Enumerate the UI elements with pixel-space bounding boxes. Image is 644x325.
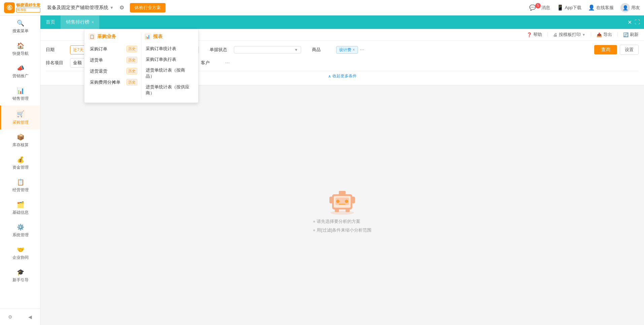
- user-menu[interactable]: 👤 用友: [620, 3, 640, 12]
- customer-dots[interactable]: ···: [225, 60, 229, 66]
- marketing-icon: 📣: [17, 65, 24, 72]
- sales-icon: 📊: [17, 87, 24, 94]
- system-icon: ⚙️: [17, 224, 24, 231]
- goods-dots[interactable]: ···: [360, 47, 364, 53]
- tab-sales-rank[interactable]: 销售排行榜 ×: [61, 15, 99, 29]
- purchase-col-icon: 📋: [88, 33, 95, 40]
- sidebar-collapse-button[interactable]: ◀: [26, 312, 34, 322]
- dropdown-item-label: 进货单统计表（按商品）: [146, 67, 193, 79]
- empty-tip2: 用[过滤]条件来缩小分析范围: [313, 226, 372, 235]
- sidebar-item-inventory[interactable]: 📦 库存核算: [0, 129, 40, 152]
- sidebar-item-marketing[interactable]: 📣 营销推广: [0, 60, 40, 83]
- refresh-icon: 🔄: [623, 32, 629, 37]
- sidebar-item-label: 资金管理: [12, 165, 29, 170]
- sidebar-item-newbie[interactable]: 🎓 新手引导: [0, 265, 40, 287]
- search-menu-icon: 🔍: [17, 19, 24, 27]
- tab-bar-actions: ✕ ⛶: [628, 19, 644, 26]
- user-avatar: 👤: [620, 3, 630, 12]
- tab-home-label: 首页: [46, 19, 55, 25]
- doc-status-arrow: ▼: [294, 48, 298, 52]
- dropdown-item-stock-return[interactable]: 进货退货 历史: [88, 66, 139, 77]
- sidebar-item-purchase[interactable]: 🛒 采购管理: [0, 106, 40, 129]
- sidebar-item-finance[interactable]: 💰 资金管理: [0, 152, 40, 174]
- dropdown-item-label: 进货退货: [90, 68, 107, 74]
- logo-line1: 畅捷通好生意: [16, 3, 40, 8]
- svg-rect-8: [329, 197, 333, 203]
- tab-close-icon[interactable]: ×: [92, 20, 94, 25]
- help-icon: ❓: [527, 32, 532, 37]
- print-icon: 🖨: [553, 32, 558, 37]
- empty-tip1: 请先选择要分析的方案: [313, 217, 372, 226]
- newbie-icon: 🎓: [17, 269, 24, 276]
- goods-label: 商品: [312, 47, 332, 53]
- sidebar-item-basic-info[interactable]: 🗂️ 基础信息: [0, 197, 40, 219]
- rank-label: 排名项目: [46, 60, 66, 66]
- system-name-selector[interactable]: 装备及固定资产辅助管理系统 ▼: [47, 5, 114, 11]
- sidebar-item-label: 系统管理: [12, 232, 29, 238]
- online-service-button[interactable]: 👤 在线客服: [588, 4, 614, 11]
- dropdown-item-stock-stats-supplier[interactable]: 进货单统计表（按供应商）: [144, 82, 194, 98]
- dropdown-item-order-stats[interactable]: 采购订单统计表: [144, 43, 194, 54]
- sidebar-item-label: 经营管理: [12, 187, 29, 193]
- tab-home[interactable]: 首页: [40, 15, 61, 29]
- phone-icon: 📱: [557, 4, 564, 11]
- sidebar-item-label: 搜索菜单: [12, 28, 29, 34]
- goods-tag-close[interactable]: ×: [353, 47, 355, 52]
- industry-solution-button[interactable]: 体验行业方案: [130, 3, 166, 12]
- sidebar-item-enterprise[interactable]: 🤝 企业协同: [0, 242, 40, 265]
- app-download-label: App下载: [565, 5, 581, 11]
- dropdown-item-purchase-order[interactable]: 采购订单 历史: [88, 43, 139, 54]
- system-name-arrow: ▼: [110, 5, 114, 10]
- help-button[interactable]: ❓ 帮助: [527, 32, 542, 38]
- message-label: 消息: [541, 5, 550, 11]
- dropdown-item-order-exec[interactable]: 采购订单执行表: [144, 54, 194, 65]
- system-settings-button[interactable]: ⚙: [117, 3, 127, 12]
- sidebar-item-business[interactable]: 📋 经营管理: [0, 174, 40, 197]
- sidebar-settings-button[interactable]: ⚙: [6, 312, 14, 322]
- svg-point-0: [330, 211, 354, 215]
- tab-sales-rank-label: 销售排行榜: [66, 19, 90, 25]
- window-maximize-button[interactable]: ⛶: [635, 19, 640, 25]
- history-badge: 历史: [127, 79, 137, 85]
- filter-settings-button[interactable]: 设置: [620, 45, 639, 55]
- sidebar-item-label: 营销推广: [12, 73, 29, 79]
- toolbar-divider: [547, 32, 548, 37]
- business-icon: 📋: [17, 178, 24, 186]
- doc-status-select[interactable]: ▼: [234, 46, 301, 53]
- dropdown-item-purchase-fee[interactable]: 采购费用分摊单 历史: [88, 77, 139, 88]
- svg-rect-6: [339, 204, 346, 205]
- message-badge: 5: [535, 3, 541, 8]
- logo-text: 畅捷通好生意 标准版: [16, 3, 40, 12]
- empty-illustration: [322, 176, 362, 217]
- dropdown-item-label: 采购订单执行表: [146, 56, 176, 63]
- sidebar-item-sales[interactable]: 📊 销售管理: [0, 83, 40, 106]
- refresh-button[interactable]: 🔄 刷新: [623, 32, 639, 38]
- history-badge: 历史: [127, 46, 137, 52]
- collapse-icon: ∧: [328, 74, 331, 79]
- dropdown-item-label: 采购订单: [90, 46, 107, 52]
- sidebar-item-label: 快捷导航: [12, 51, 29, 56]
- empty-tips: 请先选择要分析的方案 用[过滤]条件来缩小分析范围: [313, 217, 372, 235]
- main-layout: 🔍 搜索菜单 🏠 快捷导航 📣 营销推广 📊 销售管理 🛒 采购管理 📦 库存核…: [0, 15, 644, 325]
- dropdown-item-label: 进货单: [90, 57, 103, 63]
- sidebar-item-system[interactable]: ⚙️ 系统管理: [0, 219, 40, 242]
- logo-icon: ⑥: [4, 2, 15, 13]
- export-button[interactable]: 📤 导出: [597, 32, 612, 38]
- dropdown-item-label: 采购费用分摊单: [90, 79, 120, 85]
- window-close-button[interactable]: ✕: [628, 19, 632, 26]
- svg-point-4: [336, 200, 339, 203]
- sidebar-item-search-menu[interactable]: 🔍 搜索菜单: [0, 15, 40, 38]
- app-download-button[interactable]: 📱 App下载: [557, 4, 581, 11]
- print-button[interactable]: 🖨 按模板打印 ▼: [553, 32, 585, 38]
- customer-label: 客户: [201, 60, 221, 66]
- toolbar-divider2: [591, 32, 591, 37]
- dropdown-item-stock-in[interactable]: 进货单 历史: [88, 54, 139, 66]
- logo-badge: 标准版: [16, 8, 40, 12]
- sidebar-item-quick-nav[interactable]: 🏠 快捷导航: [0, 38, 40, 60]
- print-arrow[interactable]: ▼: [582, 33, 585, 37]
- dropdown-item-stock-stats-goods[interactable]: 进货单统计表（按商品）: [144, 65, 194, 82]
- query-button[interactable]: 查询: [594, 45, 617, 54]
- svg-rect-11: [346, 209, 350, 212]
- doc-status-label: 单据状态: [210, 47, 230, 53]
- message-button[interactable]: 💬 5 消息: [529, 4, 550, 11]
